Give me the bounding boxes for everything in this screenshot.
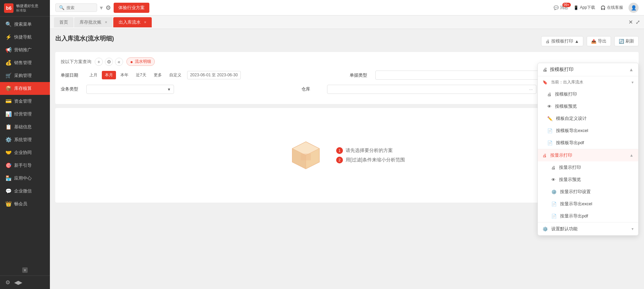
logo-icon: b6 xyxy=(4,3,13,13)
sidebar-item-ops[interactable]: 📊 经营管理 xyxy=(0,108,50,121)
warehouse-select-dots[interactable]: ··· xyxy=(529,87,533,92)
date-option-custom[interactable]: 自定义 xyxy=(166,71,184,79)
biz-select[interactable]: ▾ xyxy=(86,85,174,94)
sidebar-item-label: 畅会员 xyxy=(14,201,27,207)
app-download-label: App下载 xyxy=(580,5,595,10)
filter-settings-btn[interactable]: ⚙ xyxy=(105,58,113,66)
collab-icon: 🤝 xyxy=(5,150,11,156)
date-option-this-year[interactable]: 本年 xyxy=(117,71,131,79)
sidebar-item-guide[interactable]: 🎯 新手引导 xyxy=(0,159,50,172)
printer-icon: 🖨 xyxy=(543,67,547,72)
tab-home-label: 首页 xyxy=(59,19,68,25)
user-avatar[interactable]: 👤 xyxy=(628,3,639,13)
dropdown-template-custom[interactable]: ✏️ 模板自定义设计 xyxy=(538,112,638,125)
sidebar-item-label: 系统管理 xyxy=(14,137,32,143)
disp-settings-label: 按显示打印设置 xyxy=(560,189,591,195)
dropdown-display-excel[interactable]: 📄 按显示导出excel xyxy=(538,198,638,210)
settings-icon[interactable]: ⚙ xyxy=(5,279,10,286)
dropdown-template-preview[interactable]: 👁 按模板预览 xyxy=(538,100,638,112)
dropdown-current[interactable]: 🔖 当前：出入库流水 ▾ xyxy=(538,76,638,88)
topbar-gear-icon[interactable]: ⚙ xyxy=(106,4,111,11)
dropdown-header: 🖨 按模板打印 ▲ xyxy=(538,63,638,76)
sidebar-item-member[interactable]: 👑 畅会员 xyxy=(0,198,50,210)
tab-batch-close[interactable]: × xyxy=(105,20,107,25)
sidebar-item-wechat[interactable]: 💬 企业微信 xyxy=(0,185,50,198)
date-option-last-month[interactable]: 上月 xyxy=(86,71,100,79)
svg-rect-4 xyxy=(301,154,311,160)
filter-tag-label: 流水明细 xyxy=(135,59,151,64)
tab-flow-close[interactable]: × xyxy=(144,20,146,25)
empty-step-1: 1 请先选择要分析的方案 xyxy=(336,147,393,154)
sidebar-item-marketing[interactable]: 📢 营销推广 xyxy=(0,44,50,56)
collapse-sidebar-icon[interactable]: ◀▶ xyxy=(14,279,22,286)
search-icon: 🔍 xyxy=(5,21,11,27)
sidebar: b6 畅捷通好生意 标准版 🔍 搜索菜单 ⚡ 快捷导航 📢 营销推广 💰 xyxy=(0,0,50,289)
tabs-expand-btn[interactable]: ⤢ xyxy=(636,19,640,25)
sidebar-item-sales[interactable]: 💰 销售管理 xyxy=(0,56,50,69)
dropdown-display-settings[interactable]: ⚙️ 按显示打印设置 xyxy=(538,186,638,198)
date-option-this-month[interactable]: 本月 xyxy=(102,71,116,79)
sidebar-item-label: 资金管理 xyxy=(14,98,32,104)
tab-home[interactable]: 首页 xyxy=(54,17,74,27)
refresh-btn-label: 刷新 xyxy=(625,38,634,44)
print-btn[interactable]: 🖨 按模板打印 ▲ xyxy=(541,36,583,46)
trial-btn[interactable]: 体验行业方案 xyxy=(114,3,149,13)
print-icon: 🖨 xyxy=(546,39,550,44)
refresh-icon: 🔄 xyxy=(619,39,624,44)
online-service-label: 在线客服 xyxy=(607,5,623,10)
dropdown-header-label: 按模板打印 xyxy=(550,67,574,73)
online-service-btn[interactable]: 🎧 在线客服 xyxy=(601,5,623,10)
filter-collapse-btn[interactable]: « xyxy=(115,58,123,66)
dropdown-display-preview[interactable]: 👁 按显示预览 xyxy=(538,174,638,186)
refresh-btn[interactable]: 🔄 刷新 xyxy=(614,36,639,46)
app-download-btn[interactable]: 📱 App下载 xyxy=(574,5,595,10)
date-option-more[interactable]: 更多 xyxy=(151,71,165,79)
filter-add-btn[interactable]: + xyxy=(95,58,103,66)
sidebar-item-finance[interactable]: 💳 资金管理 xyxy=(0,95,50,108)
quick-icon: ⚡ xyxy=(5,34,11,40)
dropdown-display-section[interactable]: 🖨 按显示打印 ▲ xyxy=(538,149,638,161)
tab-flow-label: 出入库流水 xyxy=(119,19,141,25)
sidebar-item-purchase[interactable]: 🛒 采购管理 xyxy=(0,69,50,82)
warehouse-select[interactable]: ··· xyxy=(327,85,537,94)
sidebar-item-inventory[interactable]: 📦 库存核算 xyxy=(0,82,50,95)
tab-batch[interactable]: 库存批次账 × xyxy=(74,17,113,27)
dropdown-display-pdf[interactable]: 📄 按显示导出pdf xyxy=(538,210,638,222)
current-label: 当前：出入库流水 xyxy=(551,79,583,85)
sidebar-item-label: 库存核算 xyxy=(14,85,32,91)
sidebar-item-system[interactable]: ⚙️ 系统管理 xyxy=(0,133,50,146)
tpl-excel-label: 按模板导出excel xyxy=(556,128,588,134)
date-range-display[interactable]: 2023-06-01 至 2023-06-30 xyxy=(187,71,241,79)
sidebar-bottom: ⚙ ◀▶ xyxy=(0,275,50,289)
dropdown-template-print[interactable]: 🖨 按模板打印 xyxy=(538,88,638,100)
tab-flow[interactable]: 出入库流水 × xyxy=(113,17,152,27)
sidebar-item-quick[interactable]: ⚡ 快捷导航 xyxy=(0,31,50,44)
topbar-search-box[interactable]: 🔍 xyxy=(55,3,97,12)
dropdown-display-print[interactable]: 🖨 按显示打印 xyxy=(538,161,638,174)
date-option-7days[interactable]: 近7天 xyxy=(133,71,149,79)
dropdown-footer[interactable]: ⚙️ 设置默认功能 ▾ xyxy=(538,222,638,235)
sidebar-scroll-down[interactable]: ▼ xyxy=(22,267,28,273)
tpl-print-label: 按模板打印 xyxy=(555,91,577,97)
active-filter-tag[interactable]: ● 流水明细 xyxy=(126,57,155,66)
message-count: 99+ xyxy=(562,3,571,7)
print-dropdown-arrow[interactable]: ▲ xyxy=(575,39,579,44)
filter-tag-icon: ● xyxy=(130,59,133,64)
dropdown-arrow[interactable]: ▾ xyxy=(100,4,103,11)
export-btn-label: 导出 xyxy=(598,38,607,44)
sidebar-item-search[interactable]: 🔍 搜索菜单 xyxy=(0,18,50,31)
topbar-search-input[interactable] xyxy=(66,5,93,10)
tabs-close-btn[interactable]: ✕ xyxy=(628,19,633,25)
dropdown-template-pdf[interactable]: 📄 按模板导出pdf xyxy=(538,137,638,149)
default-settings-label: 设置默认功能 xyxy=(551,226,578,232)
sidebar-item-collab[interactable]: 🤝 企业协同 xyxy=(0,146,50,159)
empty-step-2: 2 用[过滤]条件来缩小分析范围 xyxy=(336,157,405,163)
sidebar-item-apps[interactable]: 🏪 应用中心 xyxy=(0,172,50,185)
export-btn[interactable]: 📤 导出 xyxy=(587,36,611,46)
sidebar-item-basic[interactable]: 📋 基础信息 xyxy=(0,121,50,133)
dropdown-template-excel[interactable]: 📄 按模板导出excel xyxy=(538,125,638,137)
finance-icon: 💳 xyxy=(5,98,11,104)
message-btn[interactable]: 💬 消息 99+ xyxy=(554,5,568,10)
step1-text: 请先选择要分析的方案 xyxy=(346,148,393,154)
tpl-custom-icon: ✏️ xyxy=(547,116,553,121)
